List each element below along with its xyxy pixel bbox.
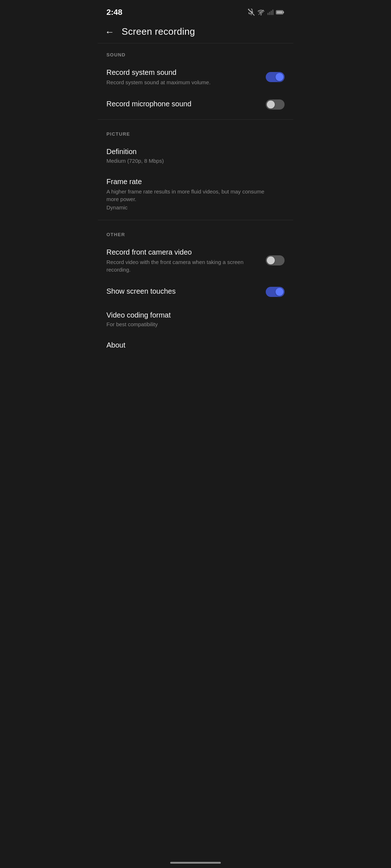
svg-rect-8 — [283, 11, 284, 13]
svg-rect-4 — [269, 12, 270, 15]
page-title: Screen recording — [122, 26, 195, 37]
toggle-thumb-show-screen-touches — [276, 288, 283, 296]
setting-title-about: About — [106, 340, 277, 350]
setting-text-video-coding-format: Video coding formatFor best compatibilit… — [106, 310, 285, 327]
setting-title-record-microphone-sound: Record microphone sound — [106, 99, 258, 109]
toggle-show-screen-touches[interactable] — [266, 287, 285, 297]
setting-row-frame-rate[interactable]: Frame rateA higher frame rate results in… — [98, 170, 293, 217]
signal-icon — [267, 9, 274, 16]
status-bar: 2:48 — [98, 0, 293, 22]
setting-title-record-system-sound: Record system sound — [106, 68, 258, 77]
setting-text-definition: DefinitionMedium (720p, 8 Mbps) — [106, 147, 285, 164]
setting-text-record-microphone-sound: Record microphone sound — [106, 99, 266, 110]
toggle-track-record-system-sound — [266, 72, 285, 82]
status-icons — [248, 9, 285, 16]
section-header-picture: PICTURE — [98, 123, 293, 140]
divider-picture — [98, 220, 293, 220]
section-header-other: OTHER — [98, 223, 293, 241]
setting-value-video-coding-format: For best compatibility — [106, 321, 277, 327]
toggle-track-record-microphone-sound — [266, 99, 285, 110]
setting-text-show-screen-touches: Show screen touches — [106, 286, 266, 297]
setting-row-record-system-sound[interactable]: Record system soundRecord system sound a… — [98, 61, 293, 93]
setting-row-about[interactable]: About — [98, 334, 293, 358]
setting-title-video-coding-format: Video coding format — [106, 310, 277, 320]
toggle-record-front-camera[interactable] — [266, 255, 285, 265]
setting-row-show-screen-touches[interactable]: Show screen touches — [98, 280, 293, 304]
svg-rect-5 — [271, 11, 272, 15]
svg-rect-9 — [277, 11, 282, 14]
toggle-track-record-front-camera — [266, 255, 285, 265]
mute-icon — [248, 9, 255, 16]
top-bar: ← Screen recording — [98, 22, 293, 43]
setting-value-frame-rate: Dynamic — [106, 204, 277, 210]
setting-title-show-screen-touches: Show screen touches — [106, 286, 258, 296]
svg-rect-6 — [272, 10, 273, 15]
setting-title-record-front-camera: Record front camera video — [106, 247, 258, 257]
section-header-sound: SOUND — [98, 43, 293, 61]
setting-value-definition: Medium (720p, 8 Mbps) — [106, 158, 277, 164]
toggle-track-show-screen-touches — [266, 287, 285, 297]
setting-text-about: About — [106, 340, 285, 351]
svg-point-1 — [261, 14, 261, 15]
toggle-record-system-sound[interactable] — [266, 72, 285, 82]
setting-row-record-front-camera[interactable]: Record front camera videoRecord video wi… — [98, 241, 293, 280]
wifi-icon — [257, 9, 265, 16]
status-time: 2:48 — [106, 8, 122, 17]
setting-row-definition[interactable]: DefinitionMedium (720p, 8 Mbps) — [98, 140, 293, 170]
setting-subtitle-frame-rate: A higher frame rate results in more flui… — [106, 188, 277, 203]
battery-icon — [276, 9, 285, 16]
setting-title-frame-rate: Frame rate — [106, 177, 277, 186]
divider-sound — [98, 119, 293, 120]
settings-content: SOUNDRecord system soundRecord system so… — [98, 43, 293, 358]
setting-text-record-front-camera: Record front camera videoRecord video wi… — [106, 247, 266, 273]
setting-subtitle-record-front-camera: Record video with the front camera when … — [106, 258, 258, 273]
toggle-thumb-record-system-sound — [276, 73, 283, 81]
toggle-record-microphone-sound[interactable] — [266, 99, 285, 110]
toggle-thumb-record-microphone-sound — [267, 101, 275, 109]
toggle-thumb-record-front-camera — [267, 256, 275, 264]
setting-text-record-system-sound: Record system soundRecord system sound a… — [106, 68, 266, 86]
setting-row-record-microphone-sound[interactable]: Record microphone sound — [98, 93, 293, 116]
svg-rect-3 — [268, 13, 269, 15]
setting-row-video-coding-format[interactable]: Video coding formatFor best compatibilit… — [98, 304, 293, 334]
setting-subtitle-record-system-sound: Record system sound at maximum volume. — [106, 78, 258, 86]
setting-title-definition: Definition — [106, 147, 277, 156]
back-button[interactable]: ← — [105, 27, 114, 37]
setting-text-frame-rate: Frame rateA higher frame rate results in… — [106, 177, 285, 210]
